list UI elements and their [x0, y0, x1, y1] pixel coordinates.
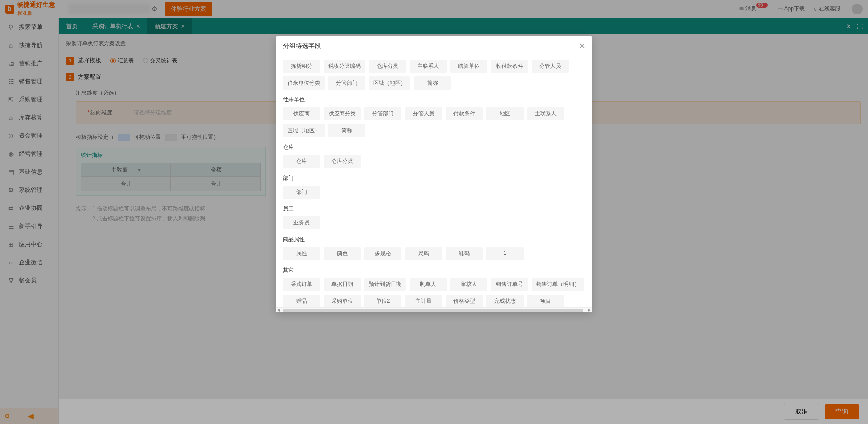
- field-chip[interactable]: 往来单位分类: [283, 76, 325, 90]
- field-chip[interactable]: 采购单位: [324, 295, 361, 307]
- field-chip[interactable]: 简称: [414, 76, 451, 90]
- field-group-title: 部门: [283, 174, 585, 182]
- field-chip[interactable]: 收付款条件: [491, 60, 528, 73]
- field-chip[interactable]: 单据日期: [324, 278, 361, 291]
- field-row: 往来单位分类分管部门区域（地区）简称: [283, 76, 585, 90]
- field-row: 拣货积分税收分类编码仓库分类主联系人结算单位收付款条件分管人员: [283, 60, 585, 73]
- field-row: 供应商供应商分类分管部门分管人员付款条件地区主联系人: [283, 107, 585, 120]
- field-chip[interactable]: 多规格: [364, 247, 401, 260]
- field-chip[interactable]: 销售订单（明细）: [532, 278, 584, 291]
- field-chip[interactable]: 项目: [527, 295, 564, 307]
- field-chip[interactable]: 预计到货日期: [364, 278, 406, 291]
- field-chip[interactable]: 业务员: [283, 216, 320, 229]
- field-chip[interactable]: 区域（地区）: [283, 124, 325, 137]
- field-chip[interactable]: 主联系人: [527, 107, 564, 120]
- field-chip[interactable]: 供应商分类: [324, 107, 361, 120]
- field-chip[interactable]: 仓库分类: [324, 155, 361, 168]
- field-row: 区域（地区）简称: [283, 124, 585, 137]
- close-icon[interactable]: ✕: [579, 42, 585, 50]
- field-group-title: 其它: [283, 267, 585, 274]
- field-chip[interactable]: 审核人: [450, 278, 487, 291]
- scroll-left-icon[interactable]: ◀: [277, 307, 280, 312]
- field-chip[interactable]: 结算单位: [450, 60, 487, 73]
- modal-horizontal-scrollbar[interactable]: ◀ ▶: [276, 307, 592, 312]
- field-row: 赠品采购单位单位2主计量价格类型完成状态项目: [283, 295, 585, 307]
- field-chip[interactable]: 部门: [283, 186, 320, 199]
- field-group-title: 员工: [283, 205, 585, 213]
- modal-body[interactable]: 拣货积分税收分类编码仓库分类主联系人结算单位收付款条件分管人员往来单位分类分管部…: [276, 56, 592, 307]
- field-row: 仓库仓库分类: [283, 155, 585, 168]
- field-chip[interactable]: 区域（地区）: [369, 76, 410, 90]
- field-chip[interactable]: 分管部门: [328, 76, 365, 90]
- field-chip[interactable]: 税收分类编码: [324, 60, 365, 73]
- field-group-title: 仓库: [283, 143, 585, 151]
- modal-title: 分组待选字段: [283, 42, 321, 50]
- field-chip[interactable]: 仓库分类: [369, 60, 406, 73]
- field-chip[interactable]: 付款条件: [446, 107, 483, 120]
- field-chip[interactable]: 主计量: [405, 295, 442, 307]
- field-chip[interactable]: 采购订单: [283, 278, 320, 291]
- field-row: 业务员: [283, 216, 585, 229]
- field-row: 属性颜色多规格尺码鞋码1: [283, 247, 585, 260]
- field-chip[interactable]: 属性: [283, 247, 320, 260]
- field-group-title: 往来单位: [283, 96, 585, 104]
- scroll-right-icon[interactable]: ▶: [588, 307, 591, 312]
- field-chip[interactable]: 供应商: [283, 107, 320, 120]
- field-chip[interactable]: 地区: [486, 107, 524, 120]
- field-chip[interactable]: 价格类型: [446, 295, 483, 307]
- scrollbar-thumb[interactable]: [283, 309, 583, 312]
- field-chip[interactable]: 分管人员: [405, 107, 442, 120]
- field-chip[interactable]: 分管部门: [364, 107, 401, 120]
- field-chip[interactable]: 制单人: [410, 278, 447, 291]
- field-chip[interactable]: 赠品: [283, 295, 320, 307]
- field-chip[interactable]: 尺码: [405, 247, 442, 260]
- field-chip[interactable]: 简称: [328, 124, 365, 137]
- field-group-title: 商品属性: [283, 236, 585, 243]
- field-chip[interactable]: 完成状态: [486, 295, 524, 307]
- field-chip[interactable]: 主联系人: [410, 60, 447, 73]
- field-chip[interactable]: 分管人员: [532, 60, 569, 73]
- field-chip[interactable]: 拣货积分: [283, 60, 320, 73]
- field-row: 部门: [283, 186, 585, 199]
- field-chip[interactable]: 销售订单号: [491, 278, 528, 291]
- field-selector-modal: 分组待选字段 ✕ 拣货积分税收分类编码仓库分类主联系人结算单位收付款条件分管人员…: [276, 36, 592, 312]
- modal-header: 分组待选字段 ✕: [276, 36, 592, 56]
- field-chip[interactable]: 仓库: [283, 155, 320, 168]
- field-chip[interactable]: 1: [486, 247, 524, 260]
- field-chip[interactable]: 颜色: [324, 247, 361, 260]
- field-chip[interactable]: 单位2: [364, 295, 401, 307]
- field-row: 采购订单单据日期预计到货日期制单人审核人销售订单号销售订单（明细）: [283, 278, 585, 291]
- field-chip[interactable]: 鞋码: [446, 247, 483, 260]
